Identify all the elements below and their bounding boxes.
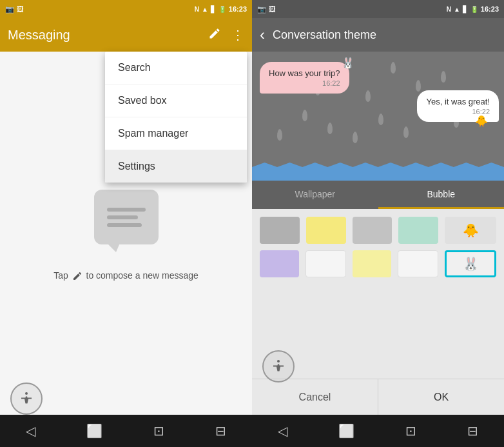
tap-text: Tap — [53, 270, 68, 281]
sent-bubble: 🐥 Yes, it was great! 16:22 — [417, 90, 499, 122]
raindrop — [277, 129, 282, 141]
message-lines — [107, 208, 146, 227]
right-time: 16:23 — [481, 5, 499, 13]
swatch-gray[interactable] — [260, 217, 300, 244]
right-battery-icon: 🔋 — [470, 6, 478, 13]
message-icon-container — [88, 185, 165, 250]
ok-button[interactable]: OK — [378, 379, 504, 415]
right-signal-icon: ▋ — [463, 6, 468, 13]
status-bar-right-info: N ▲ ▋ 🔋 16:23 — [195, 5, 247, 13]
message-bubble-icon — [94, 190, 159, 244]
left-app-bar: Messaging ⋮ — [0, 18, 252, 52]
image-icon: 🖼 — [17, 5, 24, 13]
more-options-button[interactable]: ⋮ — [231, 27, 244, 43]
accessibility-button[interactable] — [10, 382, 43, 415]
right-panel: 📷 🖼 N ▲ ▋ 🔋 16:23 ‹ Conversation theme — [252, 0, 504, 447]
apps-button[interactable]: ⊟ — [215, 423, 226, 439]
left-bottom-nav: ◁ ⬜ ⊡ ⊟ — [0, 415, 252, 447]
theme-row-2: 🐰 — [260, 250, 496, 277]
raindrop — [416, 80, 421, 92]
raindrop — [327, 123, 333, 134]
swatch-mint[interactable] — [398, 217, 438, 244]
cancel-button[interactable]: Cancel — [252, 379, 378, 415]
swatch-white[interactable] — [305, 250, 346, 277]
right-apps-button[interactable]: ⊟ — [467, 423, 478, 439]
received-bubble: 🐰 How was your trip? 16:22 — [260, 62, 349, 94]
left-status-bar: 📷 🖼 N ▲ ▋ 🔋 16:23 — [0, 0, 252, 18]
right-photo-icon: 📷 — [257, 5, 266, 14]
right-status-bar: 📷 🖼 N ▲ ▋ 🔋 16:23 — [252, 0, 504, 18]
right-nfc-icon: N — [447, 6, 451, 13]
right-recent-button[interactable]: ⊡ — [405, 423, 416, 439]
right-back-button[interactable]: ◁ — [278, 423, 287, 439]
right-bottom-nav: ◁ ⬜ ⊡ ⊟ — [252, 415, 504, 447]
right-status-left: 📷 🖼 — [257, 5, 276, 14]
theme-options: 🐥 🐰 — [252, 209, 504, 379]
battery-icon: 🔋 — [218, 6, 226, 13]
app-title: Messaging — [8, 28, 70, 43]
received-message-text: How was your trip? — [269, 68, 340, 78]
wifi-icon: ▲ — [202, 6, 208, 13]
theme-row-1: 🐥 — [260, 217, 496, 244]
back-arrow-button[interactable]: ‹ — [260, 26, 265, 44]
app-bar-actions: ⋮ — [208, 27, 244, 43]
swatch-char-bunny[interactable]: 🐰 — [445, 250, 496, 277]
message-line-3 — [107, 223, 142, 227]
raindrop — [302, 110, 307, 121]
home-button[interactable]: ⬜ — [86, 423, 102, 439]
menu-item-search[interactable]: Search — [105, 52, 247, 84]
nfc-icon: N — [195, 6, 199, 13]
menu-item-settings[interactable]: Settings — [105, 150, 247, 183]
raindrop — [441, 71, 446, 83]
empty-state-text: Tap to compose a new message — [53, 270, 199, 281]
photo-icon: 📷 — [5, 5, 14, 14]
tap-suffix-text: to compose a new message — [86, 270, 199, 281]
right-app-bar: ‹ Conversation theme — [252, 18, 504, 52]
raindrop — [365, 90, 371, 102]
back-button[interactable]: ◁ — [26, 423, 35, 439]
duck-decoration: 🐥 — [475, 115, 488, 127]
action-bar: Cancel OK — [252, 379, 504, 415]
swatch-char-duck[interactable]: 🐥 — [445, 217, 496, 244]
right-wifi-icon: ▲ — [454, 6, 460, 13]
tab-wallpaper[interactable]: Wallpaper — [252, 181, 378, 209]
raindrop — [353, 132, 358, 143]
right-status-right: N ▲ ▋ 🔋 16:23 — [447, 5, 499, 13]
right-home-button[interactable]: ⬜ — [338, 423, 354, 439]
right-app-title: Conversation theme — [273, 28, 496, 42]
swatch-outline[interactable] — [398, 250, 438, 277]
menu-item-saved-box[interactable]: Saved box — [105, 84, 247, 117]
sent-message-text: Yes, it was great! — [426, 97, 490, 106]
left-panel: 📷 🖼 N ▲ ▋ 🔋 16:23 Messaging ⋮ Search Sav… — [0, 0, 252, 447]
message-line-1 — [107, 208, 146, 212]
message-line-2 — [107, 215, 138, 219]
raindrop — [391, 62, 396, 74]
received-message-time: 16:22 — [269, 79, 340, 87]
swatch-lavender[interactable] — [260, 250, 299, 277]
tab-bar: Wallpaper Bubble — [252, 181, 504, 209]
raindrop — [403, 126, 409, 138]
right-image-icon: 🖼 — [269, 5, 276, 13]
left-time: 16:23 — [229, 5, 247, 13]
recent-button[interactable]: ⊡ — [153, 423, 164, 439]
menu-item-spam-manager[interactable]: Spam manager — [105, 117, 247, 150]
swatch-pale-yellow[interactable] — [353, 250, 392, 277]
status-bar-left-icons: 📷 🖼 — [5, 5, 24, 14]
raindrop — [378, 114, 383, 125]
svg-point-0 — [25, 392, 28, 395]
svg-point-1 — [277, 360, 280, 363]
compose-button[interactable] — [208, 27, 221, 43]
signal-icon: ▋ — [211, 6, 216, 13]
right-accessibility-button[interactable] — [262, 350, 295, 382]
swatch-mid-gray[interactable] — [353, 217, 393, 244]
dropdown-menu: Search Saved box Spam manager Settings — [105, 52, 247, 183]
bunny-decoration: 🐰 — [342, 57, 354, 69]
conversation-preview: 🐰 How was your trip? 16:22 🐥 Yes, it was… — [252, 52, 504, 181]
tab-bubble[interactable]: Bubble — [378, 181, 505, 209]
swatch-yellow[interactable] — [306, 217, 346, 244]
